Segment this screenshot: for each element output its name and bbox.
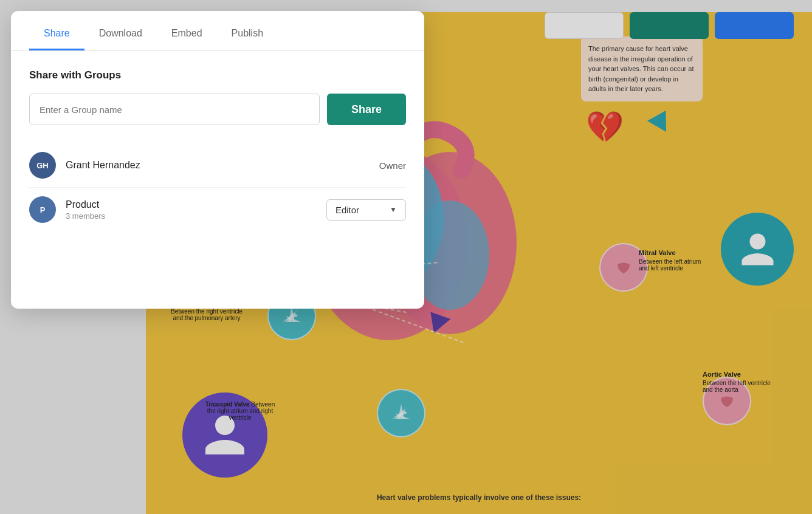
group-name-input[interactable] bbox=[29, 94, 320, 125]
tab-download[interactable]: Download bbox=[84, 17, 157, 50]
tricuspid-valve-circle bbox=[377, 389, 425, 437]
member-avatar-product: P bbox=[29, 196, 56, 223]
bottom-label: Heart valve problems typically involve o… bbox=[377, 493, 581, 502]
member-name-col-product: Product 3 members bbox=[66, 199, 326, 221]
mitral-valve-label: Mitral Valve Between the left atrium and… bbox=[639, 249, 706, 272]
blue-cursor-arrow bbox=[647, 105, 675, 132]
editor-dropdown[interactable]: Editor ▼ bbox=[326, 199, 406, 221]
tricuspid-valve-label: Tricuspid Valve Between the right atrium… bbox=[204, 401, 277, 421]
member-row: GH Grant Hernandez Owner bbox=[29, 143, 406, 188]
share-button[interactable]: Share bbox=[327, 94, 406, 125]
group-input-row: Share bbox=[29, 94, 406, 125]
toolbar-blue-button[interactable] bbox=[715, 12, 794, 39]
avatar-teal bbox=[721, 213, 794, 286]
modal-body: Share with Groups Share GH Grant Hernand… bbox=[11, 51, 424, 250]
aortic-valve-label: Aortic Valve Between the left ventricle … bbox=[703, 371, 776, 393]
toolbar-teal-button[interactable] bbox=[630, 12, 709, 39]
editor-dropdown-label: Editor bbox=[335, 205, 359, 215]
member-name-gh: Grant Hernandez bbox=[66, 160, 379, 171]
user-icon bbox=[738, 230, 777, 269]
tab-embed[interactable]: Embed bbox=[157, 17, 217, 50]
section-title: Share with Groups bbox=[29, 69, 406, 81]
member-name-product: Product bbox=[66, 199, 326, 210]
sad-heart-emoji: 💔 bbox=[586, 109, 624, 145]
tooltip-box: The primary cause for heart valve diseas… bbox=[581, 36, 703, 101]
member-name-col-gh: Grant Hernandez bbox=[66, 160, 379, 171]
member-avatar-gh: GH bbox=[29, 152, 56, 179]
toolbar-white-button[interactable] bbox=[545, 12, 624, 39]
toolbar bbox=[545, 12, 794, 39]
member-sub-product: 3 members bbox=[66, 211, 326, 221]
tab-publish[interactable]: Publish bbox=[217, 17, 278, 50]
member-role-gh: Owner bbox=[379, 160, 406, 171]
tab-share[interactable]: Share bbox=[29, 17, 84, 50]
member-row-product: P Product 3 members Editor ▼ bbox=[29, 188, 406, 231]
chevron-down-icon: ▼ bbox=[390, 205, 397, 214]
modal-tabs: Share Download Embed Publish bbox=[11, 17, 424, 51]
share-modal: Share Download Embed Publish Share with … bbox=[11, 11, 424, 309]
